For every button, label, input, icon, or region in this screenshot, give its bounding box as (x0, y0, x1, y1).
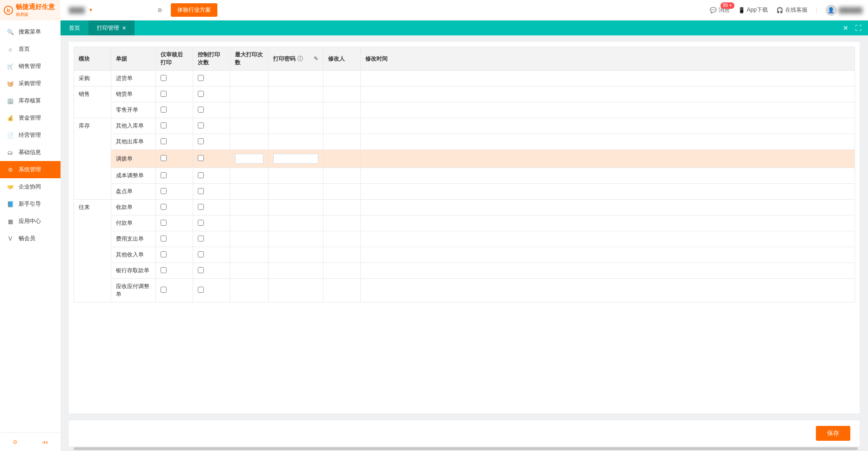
sidebar-item-collab[interactable]: 🤝企业协同 (0, 178, 61, 195)
promo-button[interactable]: 体验行业方案 (171, 3, 217, 17)
ctrl-count-checkbox[interactable] (198, 155, 204, 161)
audit-only-checkbox[interactable] (161, 287, 167, 293)
user-menu[interactable]: 👤 ██████ (826, 5, 862, 16)
ctrl-count-checkbox[interactable] (198, 287, 204, 293)
sidebar-icon: 🤝 (7, 184, 14, 190)
table-wrap: 模块 单据 仅审核后打印 控制打印次数 最大打印次数 打印密码 ⓘ ✎ (69, 42, 860, 413)
edit-icon[interactable]: ✎ (314, 55, 318, 62)
cell-password (269, 102, 323, 118)
audit-only-checkbox[interactable] (161, 122, 167, 128)
avatar-icon: 👤 (826, 5, 837, 16)
online-service-button[interactable]: 🎧 在线客服 (776, 6, 807, 14)
messages-button[interactable]: 💬 消息 99 + (710, 6, 730, 14)
cell-ctrl-count (193, 263, 230, 279)
collapse-icon[interactable]: ⏮ (42, 439, 48, 445)
tab-print-manage[interactable]: 打印管理 ✕ (88, 20, 135, 35)
sidebar-item-label: 经营管理 (19, 131, 41, 139)
cell-max-count (230, 215, 269, 231)
audit-only-checkbox[interactable] (161, 220, 167, 226)
ctrl-count-checkbox[interactable] (198, 138, 204, 144)
settings-icon[interactable]: ⚙ (13, 439, 18, 445)
table-row: 零售开单 (74, 102, 855, 118)
ctrl-count-checkbox[interactable] (198, 91, 204, 97)
ctrl-count-checkbox[interactable] (198, 220, 204, 226)
cell-max-count (230, 231, 269, 247)
audit-only-checkbox[interactable] (161, 138, 167, 144)
table-row: 销售销货单 (74, 87, 855, 102)
audit-only-checkbox[interactable] (161, 251, 167, 257)
ctrl-count-checkbox[interactable] (198, 122, 204, 128)
table-row: 调拨单 (74, 150, 855, 168)
cell-password (269, 215, 323, 231)
audit-only-checkbox[interactable] (161, 188, 167, 194)
save-button[interactable]: 保存 (816, 426, 850, 441)
cell-max-count (230, 102, 269, 118)
ctrl-count-checkbox[interactable] (198, 204, 204, 210)
phone-icon: 📱 (738, 7, 745, 13)
ctrl-count-checkbox[interactable] (198, 107, 204, 113)
sidebar-item-inventory[interactable]: 🏢库存核算 (0, 92, 61, 109)
audit-only-checkbox[interactable] (161, 107, 167, 113)
password-input[interactable] (273, 154, 318, 164)
footer-bar: 保存 (69, 420, 860, 446)
cell-modifier (323, 87, 361, 102)
sidebar-item-apps[interactable]: ▦应用中心 (0, 213, 61, 230)
info-icon[interactable]: ⓘ (297, 55, 303, 63)
sidebar-item-guide[interactable]: 📘新手引导 (0, 195, 61, 213)
cell-password (269, 150, 323, 168)
audit-only-checkbox[interactable] (161, 155, 167, 161)
fullscreen-icon[interactable]: ⛶ (855, 24, 861, 32)
max-count-input[interactable] (235, 154, 263, 164)
cell-doc: 零售开单 (111, 102, 156, 118)
sidebar-item-label: 新手引导 (19, 200, 41, 208)
sidebar-item-funds[interactable]: 💰资金管理 (0, 109, 61, 127)
sidebar-item-search[interactable]: 🔍搜索菜单 (0, 23, 61, 40)
sidebar-item-home[interactable]: ⌂首页 (0, 40, 61, 58)
sidebar-item-system[interactable]: ⚙系统管理 (0, 161, 61, 178)
sidebar-icon: V (7, 236, 14, 242)
close-icon[interactable]: ✕ (122, 25, 126, 31)
cell-modify-time (361, 247, 855, 263)
sidebar-icon: ▦ (7, 218, 14, 225)
cell-password (269, 231, 323, 247)
cell-modify-time (361, 87, 855, 102)
gear-icon[interactable]: ⚙ (157, 7, 162, 13)
ctrl-count-checkbox[interactable] (198, 251, 204, 257)
sidebar-icon: ⚙ (7, 167, 14, 173)
sidebar-item-basic[interactable]: 🗂基础信息 (0, 144, 61, 161)
sidebar-item-label: 资金管理 (19, 114, 41, 122)
sidebar-item-sales[interactable]: 🛒销售管理 (0, 58, 61, 75)
audit-only-checkbox[interactable] (161, 204, 167, 210)
ctrl-count-checkbox[interactable] (198, 188, 204, 194)
cell-module: 库存 (74, 118, 111, 200)
messages-badge: 99 + (720, 2, 734, 9)
sidebar-icon: 📄 (7, 132, 14, 139)
sidebar-item-purchase[interactable]: 🧺采购管理 (0, 75, 61, 92)
ctrl-count-checkbox[interactable] (198, 267, 204, 273)
tabs-close-all-icon[interactable]: ✕ (843, 24, 848, 32)
th-ctrl-count: 控制打印次数 (193, 47, 230, 71)
cell-doc: 盘点单 (111, 184, 156, 200)
sidebar-icon: 🏢 (7, 98, 14, 104)
cell-audit-only (156, 215, 193, 231)
audit-only-checkbox[interactable] (161, 172, 167, 178)
cell-ctrl-count (193, 71, 230, 87)
horizontal-scrollbar[interactable] (69, 446, 860, 451)
ctrl-count-checkbox[interactable] (198, 236, 204, 242)
sidebar-item-operate[interactable]: 📄经营管理 (0, 127, 61, 144)
sidebar-item-label: 库存核算 (19, 97, 41, 105)
audit-only-checkbox[interactable] (161, 91, 167, 97)
cell-modify-time (361, 279, 855, 303)
tab-home[interactable]: 首页 (61, 20, 88, 35)
sidebar-item-member[interactable]: V畅会员 (0, 230, 61, 247)
table-row: 盘点单 (74, 184, 855, 200)
audit-only-checkbox[interactable] (161, 236, 167, 242)
audit-only-checkbox[interactable] (161, 267, 167, 273)
cell-ctrl-count (193, 200, 230, 215)
audit-only-checkbox[interactable] (161, 75, 167, 81)
org-selector[interactable]: ████ ▼ (69, 7, 153, 13)
app-download-button[interactable]: 📱 App下载 (738, 6, 768, 14)
ctrl-count-checkbox[interactable] (198, 75, 204, 81)
ctrl-count-checkbox[interactable] (198, 172, 204, 178)
cell-doc: 应收应付调整单 (111, 279, 156, 303)
